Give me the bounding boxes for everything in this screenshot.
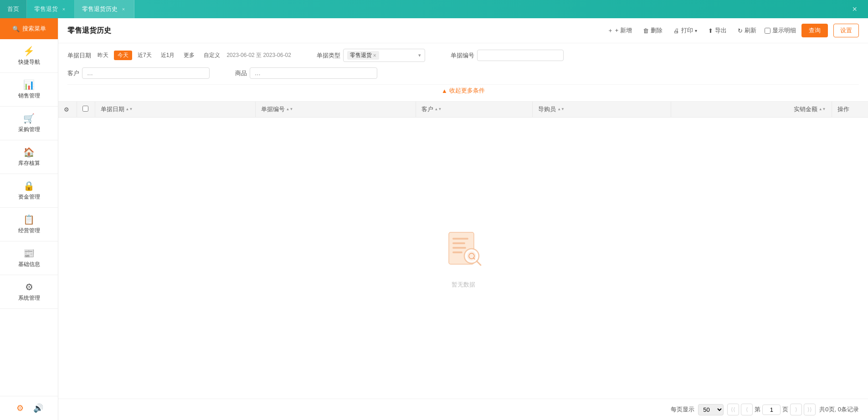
sidebar-settings-button[interactable]: ⚙ xyxy=(13,401,27,415)
current-page-input[interactable] xyxy=(762,405,781,415)
tab-retail-return-history[interactable]: 零售退货历史 × xyxy=(75,0,134,18)
gear-icon[interactable]: ⚙ xyxy=(64,106,69,113)
th-op: 操作 xyxy=(832,102,868,118)
th-doc-no: 单据编号 ▲▼ xyxy=(255,102,416,118)
pagination-bar: 每页显示 10 20 50 100 ⟨⟨ ⟨ 第 页 ⟩ ⟩⟩ 共0页, 0条记… xyxy=(58,399,868,420)
th-customer: 客户 ▲▼ xyxy=(416,102,533,118)
table-header: ⚙ 单据日期 ▲▼ 单据编号 xyxy=(58,102,868,118)
sidebar-item-inventory-check-label: 库存核算 xyxy=(18,159,40,167)
print-label: 打印 xyxy=(681,26,693,35)
doc-type-tag: 零售退货 × xyxy=(347,51,379,60)
date-opt-today[interactable]: 今天 xyxy=(114,51,132,60)
customer-input[interactable] xyxy=(82,67,210,79)
tab-retail-return-label: 零售退货 xyxy=(34,5,58,13)
sidebar-item-purchase-mgmt[interactable]: 🛒 采购管理 xyxy=(0,107,58,140)
sales-icon: 📊 xyxy=(23,79,35,90)
th-customer-label: 客户 xyxy=(421,105,433,113)
search-icon: 🔍 xyxy=(12,26,20,32)
page-label-suffix: 页 xyxy=(782,405,788,414)
delete-icon: 🗑 xyxy=(643,27,649,34)
data-table: ⚙ 单据日期 ▲▼ 单据编号 xyxy=(58,102,868,118)
tab-home[interactable]: 首页 xyxy=(0,0,27,18)
sidebar-item-sales-mgmt-label: 销售管理 xyxy=(18,92,40,100)
new-button[interactable]: ＋ + 新增 xyxy=(605,25,635,36)
sidebar-item-base-info[interactable]: 📰 基础信息 xyxy=(0,241,58,275)
sidebar-item-system-mgmt-label: 系统管理 xyxy=(18,294,40,302)
date-opt-last1m[interactable]: 近1月 xyxy=(157,51,179,60)
date-opt-more[interactable]: 更多 xyxy=(180,51,198,60)
main-layout: 🔍 搜索菜单 ⚡ 快捷导航 📊 销售管理 🛒 采购管理 🏠 库存核算 🔒 xyxy=(0,18,868,420)
window-close-button[interactable]: × xyxy=(848,5,861,14)
date-opt-yesterday[interactable]: 昨天 xyxy=(94,51,112,60)
sidebar-search-button[interactable]: 🔍 搜索菜单 xyxy=(0,18,58,39)
doc-type-tag-text: 零售退货 xyxy=(350,51,372,59)
date-filter-label: 单据日期 xyxy=(67,51,91,60)
sidebar-item-inventory-check[interactable]: 🏠 库存核算 xyxy=(0,140,58,174)
th-doc-date-sort[interactable]: 单据日期 ▲▼ xyxy=(101,105,250,113)
tab-bar: 首页 零售退货 × 零售退货历史 × xyxy=(0,0,848,18)
th-amount-label: 实销金额 xyxy=(794,105,817,113)
last-page-button[interactable]: ⟩⟩ xyxy=(804,404,816,415)
th-op-label: 操作 xyxy=(837,106,849,113)
th-doc-no-sort[interactable]: 单据编号 ▲▼ xyxy=(261,105,410,113)
base-info-icon: 📰 xyxy=(23,248,35,259)
refresh-icon: ↻ xyxy=(738,27,743,34)
tab-retail-return-history-close[interactable]: × xyxy=(120,6,127,12)
tab-retail-return-close[interactable]: × xyxy=(61,6,67,12)
export-button[interactable]: ⬆ 导出 xyxy=(705,25,729,36)
per-page-select[interactable]: 10 20 50 100 xyxy=(698,404,724,415)
collapse-filter-button[interactable]: ▲ 收起更多条件 xyxy=(67,84,859,97)
doc-date-sort-icon: ▲▼ xyxy=(126,108,133,111)
date-opt-last7[interactable]: 近7天 xyxy=(134,51,155,60)
sidebar-item-finance-mgmt-label: 资金管理 xyxy=(18,193,40,201)
svg-rect-2 xyxy=(452,242,465,244)
doc-no-input[interactable] xyxy=(477,50,564,61)
finance-icon: 🔒 xyxy=(23,180,35,191)
doc-no-label: 单据编号 xyxy=(451,51,474,60)
next-page-button[interactable]: ⟩ xyxy=(790,404,802,415)
query-button[interactable]: 查询 xyxy=(801,24,828,37)
th-amount-sort[interactable]: 实销金额 ▲▼ xyxy=(677,105,826,113)
doc-type-filter: 单据类型 零售退货 × ▾ xyxy=(317,49,425,62)
sidebar-item-quick-nav[interactable]: ⚡ 快捷导航 xyxy=(0,39,58,73)
new-label: + 新增 xyxy=(615,26,632,35)
display-detail-checkbox[interactable] xyxy=(765,28,770,34)
doc-type-select[interactable]: 零售退货 × ▾ xyxy=(343,49,425,62)
sidebar-search-label: 搜索菜单 xyxy=(22,25,46,33)
sidebar-item-finance-mgmt[interactable]: 🔒 资金管理 xyxy=(0,174,58,208)
doc-type-tag-close[interactable]: × xyxy=(373,52,376,59)
date-opt-custom[interactable]: 自定义 xyxy=(200,51,224,60)
tab-home-label: 首页 xyxy=(7,5,19,13)
delete-button[interactable]: 🗑 删除 xyxy=(640,25,665,36)
sidebar-item-ops-mgmt[interactable]: 📋 经营管理 xyxy=(0,208,58,241)
amount-sort-icon: ▲▼ xyxy=(819,108,826,111)
doc-type-chevron-icon: ▾ xyxy=(418,52,421,58)
first-page-button[interactable]: ⟨⟨ xyxy=(727,404,739,415)
page-nav: ⟨⟨ ⟨ 第 页 ⟩ ⟩⟩ xyxy=(727,404,816,415)
customer-label: 客户 xyxy=(67,69,79,77)
sidebar-item-sales-mgmt[interactable]: 📊 销售管理 xyxy=(0,73,58,107)
th-gear: ⚙ xyxy=(58,102,77,118)
purchase-icon: 🛒 xyxy=(23,113,35,124)
filter-area: 单据日期 昨天 今天 近7天 近1月 更多 自定义 2023-06-02 至 2… xyxy=(58,43,868,102)
export-icon: ⬆ xyxy=(708,27,713,34)
tab-retail-return[interactable]: 零售退货 × xyxy=(27,0,75,18)
settings-button[interactable]: 设置 xyxy=(833,24,859,37)
goods-filter: 商品 xyxy=(235,67,377,79)
top-bar-right: × xyxy=(848,5,868,14)
sidebar-item-base-info-label: 基础信息 xyxy=(18,261,40,268)
svg-rect-4 xyxy=(452,251,462,253)
page-title: 零售退货历史 xyxy=(67,26,111,36)
sidebar-nav: ⚡ 快捷导航 📊 销售管理 🛒 采购管理 🏠 库存核算 🔒 资金管理 📋 xyxy=(0,39,58,396)
th-customer-sort[interactable]: 客户 ▲▼ xyxy=(421,105,527,113)
th-guide-sort[interactable]: 导购员 ▲▼ xyxy=(538,105,665,113)
sidebar-item-system-mgmt[interactable]: ⚙ 系统管理 xyxy=(0,275,58,309)
goods-input[interactable] xyxy=(250,67,377,79)
prev-page-button[interactable]: ⟨ xyxy=(741,404,753,415)
table-area: ⚙ 单据日期 ▲▼ 单据编号 xyxy=(58,102,868,399)
th-doc-date-label: 单据日期 xyxy=(101,105,124,113)
sidebar-volume-button[interactable]: 🔊 xyxy=(31,401,46,415)
select-all-checkbox[interactable] xyxy=(82,106,88,112)
print-button[interactable]: 🖨 打印 ▾ xyxy=(671,25,700,36)
refresh-button[interactable]: ↻ 刷新 xyxy=(735,25,759,36)
